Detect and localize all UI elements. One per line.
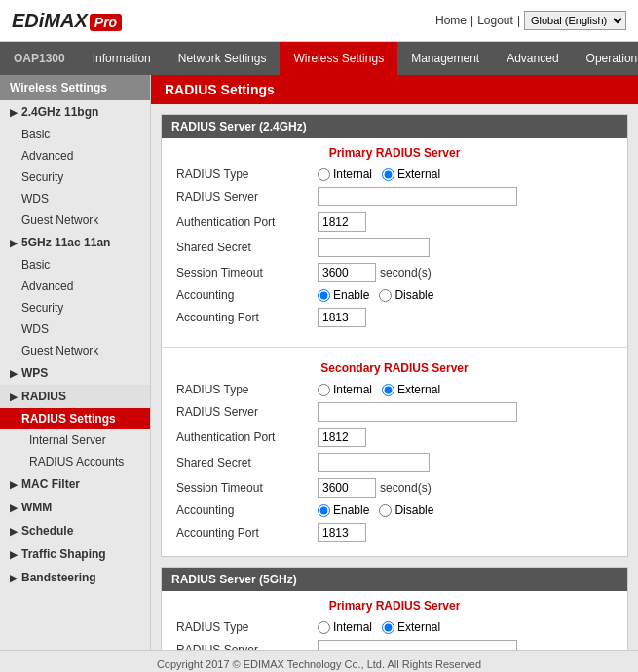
nav-network-settings[interactable]: Network Settings [165,42,281,75]
sidebar-item-guest-5g[interactable]: Guest Network [0,340,150,361]
radius-server-input-s24[interactable] [318,402,517,422]
nav-management[interactable]: Management [397,42,493,75]
sidebar-group-label-schedule: Schedule [21,524,73,538]
shared-secret-row-p24: Shared Secret [171,238,618,257]
radio-external-input-p24[interactable] [382,168,394,181]
arrow-icon-5g: ▶ [10,238,18,248]
arrow-icon-wmm: ▶ [10,503,18,513]
accounting-disable-s24[interactable]: Disable [379,504,433,517]
accounting-label-s24: Accounting [171,504,318,517]
sidebar-item-wds-5g[interactable]: WDS [0,318,150,340]
nav-wireless-settings[interactable]: Wireless Settings [280,42,397,75]
sidebar-group-5ghz[interactable]: ▶ 5GHz 11ac 11an [0,231,150,254]
radius-panel-title-24: RADIUS Server (2.4GHz) [162,115,627,138]
home-link[interactable]: Home [435,14,467,27]
sidebar-item-advanced-5g[interactable]: Advanced [0,276,150,297]
session-timeout-input-s24[interactable] [318,478,376,498]
radius-type-value-s24: Internal External [318,383,618,396]
shared-secret-input-p24[interactable] [318,238,430,257]
radio-external-p5g[interactable]: External [382,620,440,634]
radio-internal-input-p5g[interactable] [318,621,330,634]
accounting-enable-input-s24[interactable] [318,504,330,517]
nav-operation-mode[interactable]: Operation Mode [573,42,638,75]
radio-external-p24[interactable]: External [382,168,440,181]
accounting-disable-input-s24[interactable] [379,504,392,517]
radio-internal-input-s24[interactable] [318,384,330,396]
sidebar-item-security-24[interactable]: Security [0,167,150,188]
sidebar-group-label-radius: RADIUS [21,390,66,403]
radius-server-input-p24[interactable] [318,187,517,206]
radius-server-input-p5g[interactable] [318,640,517,650]
radius-primary-24: Primary RADIUS Server RADIUS Type Intern… [162,138,627,341]
brand-name: EDiMAXPro [12,8,122,33]
accounting-port-value-p24 [318,308,618,327]
accounting-enable-p24[interactable]: Enable [318,288,369,302]
accounting-port-input-s24[interactable] [318,523,366,542]
secondary-server-label-24: Secondary RADIUS Server [171,361,618,375]
arrow-icon-band: ▶ [10,573,18,583]
radio-internal-s24[interactable]: Internal [318,383,372,396]
radio-internal-p24[interactable]: Internal [318,168,372,181]
sidebar-group-mac-filter[interactable]: ▶ MAC Filter [0,472,150,496]
accounting-value-p24: Enable Disable [318,288,618,302]
radius-type-label-p5g: RADIUS Type [171,620,318,634]
accounting-port-row-s24: Accounting Port [171,523,618,542]
accounting-disable-p24[interactable]: Disable [379,288,433,302]
session-timeout-label-p24: Session Timeout [171,266,318,280]
page-title: RADIUS Settings [151,75,638,104]
nav-advanced[interactable]: Advanced [493,42,572,75]
arrow-icon: ▶ [10,107,18,118]
footer: Copyright 2017 © EDIMAX Technology Co., … [0,650,638,672]
sidebar-group-radius[interactable]: ▶ RADIUS [0,385,150,408]
auth-port-input-p24[interactable] [318,212,366,232]
accounting-disable-input-p24[interactable] [379,289,392,302]
sidebar-item-radius-settings[interactable]: RADIUS Settings [0,408,150,429]
logout-link[interactable]: Logout [477,14,513,27]
sidebar-item-internal-server[interactable]: Internal Server [0,429,150,451]
sidebar-group-label-wps: WPS [21,366,48,380]
sidebar-group-wps[interactable]: ▶ WPS [0,361,150,385]
accounting-port-input-p24[interactable] [318,308,366,327]
radius-type-label-p24: RADIUS Type [171,168,318,181]
auth-port-value-p24 [318,212,618,232]
shared-secret-value-p24 [318,238,618,257]
radio-internal-p5g[interactable]: Internal [318,620,372,634]
sidebar-item-advanced-24[interactable]: Advanced [0,145,150,167]
sidebar-item-wds-24[interactable]: WDS [0,188,150,209]
auth-port-row-p24: Authentication Port [171,212,618,232]
radio-external-s24[interactable]: External [382,383,440,396]
nav-information[interactable]: Information [79,42,165,75]
radius-server-row-p5g: RADIUS Server [171,640,618,650]
shared-secret-input-s24[interactable] [318,453,430,472]
sidebar-item-basic-5g[interactable]: Basic [0,254,150,276]
sidebar-group-traffic[interactable]: ▶ Traffic Shaping [0,542,150,566]
sidebar-group-schedule[interactable]: ▶ Schedule [0,519,150,542]
sidebar-item-radius-accounts[interactable]: RADIUS Accounts [0,451,150,472]
radius-server-label-s24: RADIUS Server [171,405,318,419]
session-timeout-input-p24[interactable] [318,263,376,282]
radius-panel-5ghz: RADIUS Server (5GHz) Primary RADIUS Serv… [161,567,628,650]
logo: EDiMAXPro [12,8,122,33]
shared-secret-value-s24 [318,453,618,472]
primary-server-label-5g: Primary RADIUS Server [171,599,618,613]
accounting-enable-input-p24[interactable] [318,289,330,302]
auth-port-input-s24[interactable] [318,428,366,447]
sidebar-item-basic-24[interactable]: Basic [0,124,150,145]
sidebar-item-security-5g[interactable]: Security [0,297,150,318]
radio-external-input-s24[interactable] [382,384,394,396]
arrow-icon-traffic: ▶ [10,549,18,560]
main-nav: OAP1300 Information Network Settings Wir… [0,42,638,75]
sidebar-group-bandsteering[interactable]: ▶ Bandsteering [0,566,150,589]
radius-type-value-p24: Internal External [318,168,618,181]
radio-external-input-p5g[interactable] [382,621,394,634]
session-timeout-row-p24: Session Timeout second(s) [171,263,618,282]
accounting-enable-s24[interactable]: Enable [318,504,369,517]
sidebar-group-wmm[interactable]: ▶ WMM [0,496,150,519]
sidebar-group-24ghz[interactable]: ▶ 2.4GHz 11bgn [0,100,150,124]
radius-type-label-s24: RADIUS Type [171,383,318,396]
sidebar-item-guest-24[interactable]: Guest Network [0,209,150,231]
language-select[interactable]: Global (English) [524,11,626,30]
radio-internal-input-p24[interactable] [318,168,330,181]
content-area: RADIUS Server (2.4GHz) Primary RADIUS Se… [151,104,638,650]
shared-secret-row-s24: Shared Secret [171,453,618,472]
